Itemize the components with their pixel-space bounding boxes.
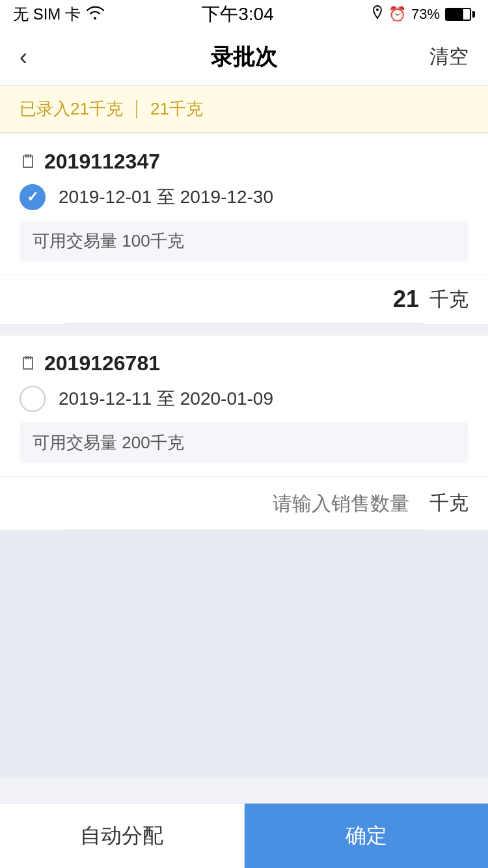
batch-2-radio[interactable] xyxy=(20,386,46,412)
confirm-label: 确定 xyxy=(346,822,387,850)
clear-button[interactable]: 清空 xyxy=(429,44,468,70)
batch-1-icon: 🗒 xyxy=(20,151,38,172)
batch-1-unit: 千克 xyxy=(429,286,468,313)
total-weight: 21千克 xyxy=(150,98,203,120)
quantity-input[interactable] xyxy=(224,493,419,515)
batch-1-row: 2019-12-01 至 2019-12-30 xyxy=(20,184,468,210)
recorded-weight: 已录入21千克 xyxy=(20,98,123,120)
batch-1-quantity: 21 xyxy=(393,286,419,313)
batch-1-inner: 🗒 2019112347 2019-12-01 至 2019-12-30 可用交… xyxy=(0,134,488,262)
batch-2-inner: 🗒 2019126781 2019-12-11 至 2020-01-09 可用交… xyxy=(0,336,488,463)
confirm-button[interactable]: 确定 xyxy=(245,804,489,868)
info-banner: 已录入21千克 21千克 xyxy=(0,86,488,133)
batch-2-icon: 🗒 xyxy=(20,353,38,374)
status-left: 无 SIM 卡 xyxy=(13,4,104,25)
batch-1-id: 2019112347 xyxy=(44,150,160,174)
bottom-gray-area xyxy=(0,530,488,778)
battery-text: 73% xyxy=(411,6,440,23)
batch-2-row: 2019-12-11 至 2020-01-09 xyxy=(20,386,468,412)
footer: 自动分配 确定 xyxy=(0,803,488,868)
batch-1-avail: 可用交易量 100千克 xyxy=(20,221,468,262)
status-right: ⏰ 73% xyxy=(372,5,475,23)
batch-2-id: 2019126781 xyxy=(44,351,160,375)
batch-2-input-row: 千克 xyxy=(0,476,488,530)
auto-distribute-button[interactable]: 自动分配 xyxy=(0,804,245,868)
back-button[interactable]: ‹ xyxy=(20,44,59,71)
batch-card-1: 🗒 2019112347 2019-12-01 至 2019-12-30 可用交… xyxy=(0,134,488,324)
carrier-text: 无 SIM 卡 xyxy=(13,4,81,25)
batch-1-date: 2019-12-01 至 2019-12-30 xyxy=(59,185,273,210)
time-text: 下午3:04 xyxy=(202,2,274,27)
alarm-icon: ⏰ xyxy=(388,6,406,23)
batch-2-unit: 千克 xyxy=(429,490,468,517)
batch-2-header: 🗒 2019126781 xyxy=(20,351,468,375)
page-title: 录批次 xyxy=(211,42,277,72)
section-separator xyxy=(0,324,488,334)
info-divider xyxy=(136,100,137,118)
status-bar: 无 SIM 卡 下午3:04 ⏰ 73% xyxy=(0,0,488,29)
location-icon xyxy=(372,5,383,23)
nav-bar: ‹ 录批次 清空 xyxy=(0,29,488,86)
batch-1-header: 🗒 2019112347 xyxy=(20,150,468,174)
batch-card-2: 🗒 2019126781 2019-12-11 至 2020-01-09 可用交… xyxy=(0,336,488,530)
auto-distribute-label: 自动分配 xyxy=(80,822,163,850)
batch-2-avail: 可用交易量 200千克 xyxy=(20,422,468,463)
batch-2-date: 2019-12-11 至 2020-01-09 xyxy=(59,387,273,411)
batch-1-qty-row: 21 千克 xyxy=(0,275,488,323)
svg-point-0 xyxy=(376,8,379,11)
content-area: 🗒 2019112347 2019-12-01 至 2019-12-30 可用交… xyxy=(0,134,488,843)
wifi-icon xyxy=(86,5,104,23)
batch-1-radio[interactable] xyxy=(20,184,46,210)
battery-icon xyxy=(445,8,475,21)
